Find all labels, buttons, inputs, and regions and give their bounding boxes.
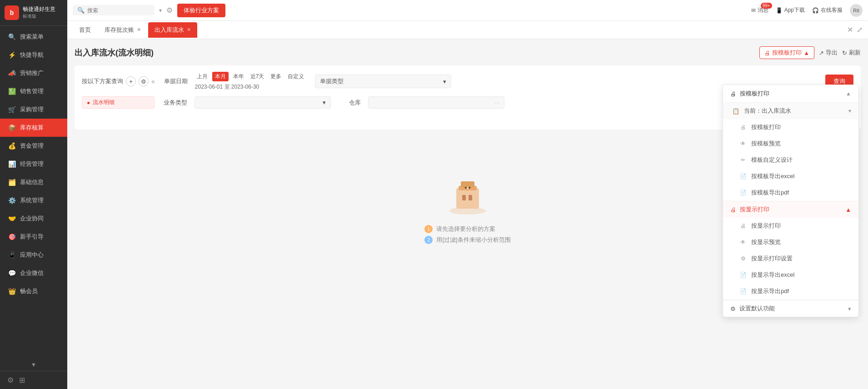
- sidebar-item-search[interactable]: 🔍搜索菜单: [0, 28, 67, 46]
- sidebar-label-purchase: 采购管理: [20, 105, 44, 114]
- search-box[interactable]: 🔍: [73, 5, 155, 15]
- template-custom-item[interactable]: ✏ 模板自定义设计: [723, 152, 858, 168]
- template-print-header[interactable]: 🖨 按模板打印 ▲: [723, 85, 858, 103]
- close-window-icon[interactable]: ✕: [847, 25, 853, 34]
- sidebar-label-finance: 资金管理: [20, 142, 44, 150]
- svg-point-7: [465, 187, 467, 189]
- template-export-excel-item[interactable]: 📄 按模板导出excel: [723, 168, 858, 185]
- tab-home[interactable]: 首页: [73, 22, 97, 38]
- tab-close-batch-account[interactable]: ✕: [137, 27, 141, 33]
- export-button[interactable]: ↗ 导出: [819, 49, 838, 57]
- active-filter-tag[interactable]: ● 流水明细: [82, 96, 155, 109]
- date-tab-上月[interactable]: 上月: [195, 72, 210, 81]
- topbar-gear-icon[interactable]: ⚙: [166, 6, 173, 15]
- display-print-settings-item[interactable]: ⚙ 按显示打印设置: [723, 250, 858, 267]
- sidebar-item-system[interactable]: ⚙️系统管理: [0, 191, 67, 209]
- template-preview-item-icon: 👁: [739, 140, 747, 147]
- sidebar-item-marketing[interactable]: 📣营销推广: [0, 64, 67, 82]
- filter-settings-button[interactable]: ⚙: [139, 76, 149, 86]
- sidebar-item-inventory[interactable]: 📦库存核算: [0, 119, 67, 137]
- purchase-icon: 🛒: [7, 105, 16, 114]
- search-input[interactable]: [87, 7, 142, 14]
- topbar: 🔍 ▾ ⚙ 体验行业方案 ✉ 消息 99+ 📱 App下载 🎧 在线客服 Rit: [67, 0, 868, 21]
- system-icon: ⚙️: [7, 196, 16, 205]
- display-export-pdf-item[interactable]: 📄 按显示导出pdf: [723, 283, 858, 299]
- footer-settings-icon: ⚙: [730, 305, 736, 312]
- sidebar-item-collaboration[interactable]: 🤝企业协同: [0, 209, 67, 228]
- filter-add-button[interactable]: +: [126, 76, 136, 86]
- sidebar-item-vip[interactable]: 👑畅会员: [0, 282, 67, 300]
- date-tab-本年[interactable]: 本年: [231, 72, 246, 81]
- display-settings-icon: ⚙: [739, 255, 747, 262]
- current-template-chevron: ▾: [848, 108, 851, 114]
- date-tab-自定义[interactable]: 自定义: [286, 72, 306, 81]
- date-tab-本月[interactable]: 本月: [212, 72, 229, 81]
- sidebar-item-basic[interactable]: 🗂️基础信息: [0, 173, 67, 191]
- display-print-header-icon: 🖨: [730, 206, 736, 213]
- sidebar-label-inventory: 库存核算: [20, 124, 44, 132]
- message-btn[interactable]: ✉ 消息 99+: [751, 6, 768, 14]
- app-download-btn[interactable]: 📱 App下载: [776, 6, 805, 14]
- sidebar-item-wechat[interactable]: 💬企业微信: [0, 264, 67, 282]
- date-tab-更多[interactable]: 更多: [269, 72, 283, 81]
- sidebar-item-app-center[interactable]: 📱应用中心: [0, 246, 67, 264]
- app-download-label: App下载: [784, 6, 805, 14]
- tabs-right-actions: ✕ ⤢: [847, 25, 863, 34]
- template-preview-item[interactable]: 👁 按模板预览: [723, 135, 858, 152]
- maximize-window-icon[interactable]: ⤢: [857, 25, 863, 34]
- template-print-header-icon: 🖨: [730, 90, 736, 97]
- display-preview-icon: 👁: [739, 239, 747, 246]
- date-tab-近7天[interactable]: 近7天: [249, 72, 266, 81]
- template-export-pdf-label: 按模板导出pdf: [751, 189, 789, 197]
- sidebar-item-finance[interactable]: 💰资金管理: [0, 137, 67, 155]
- date-range-text: 2023-06-01 至 2023-06-30: [195, 83, 306, 91]
- sidebar-label-marketing: 营销推广: [20, 69, 44, 77]
- tab-flow[interactable]: 出入库流水✕: [148, 22, 197, 38]
- message-badge: 99+: [761, 3, 772, 9]
- sidebar-item-operations[interactable]: 📊经营管理: [0, 155, 67, 173]
- template-excel-icon: 📄: [739, 173, 747, 180]
- template-print-header-label: 按模板打印: [740, 90, 769, 98]
- trial-button[interactable]: 体验行业方案: [177, 4, 225, 17]
- sidebar-label-basic: 基础信息: [20, 178, 44, 186]
- sidebar-item-sales[interactable]: 💹销售管理: [0, 82, 67, 100]
- sidebar-item-guide[interactable]: 🎯新手引导: [0, 228, 67, 246]
- wechat-icon: 💬: [7, 269, 16, 278]
- svg-rect-3: [461, 181, 474, 188]
- display-print-header-label: 按显示打印: [740, 205, 769, 214]
- type-filter-select[interactable]: 单据类型 ▾: [315, 75, 451, 88]
- sidebar-scroll-down[interactable]: ▼: [0, 359, 67, 371]
- dropdown-footer[interactable]: ⚙ 设置默认功能 ▾: [723, 300, 858, 317]
- display-export-excel-item[interactable]: 📄 按显示导出excel: [723, 267, 858, 283]
- tab-batch-account[interactable]: 库存批次账✕: [98, 22, 147, 38]
- display-print-header[interactable]: 🖨 按显示打印 ▲: [723, 201, 858, 218]
- tab-close-flow[interactable]: ✕: [187, 27, 191, 33]
- template-export-pdf-item[interactable]: 📄 按模板导出pdf: [723, 185, 858, 201]
- current-template[interactable]: 📋 当前：出入库流水 ▾: [723, 103, 858, 119]
- logo-icon: b: [5, 5, 19, 20]
- filter-query-label: 按以下方案查询 + ⚙ «: [82, 76, 155, 86]
- customer-service-btn[interactable]: 🎧 在线客服: [812, 6, 843, 14]
- display-excel-label: 按显示导出excel: [751, 271, 794, 279]
- sidebar-item-purchase[interactable]: 🛒采购管理: [0, 100, 67, 119]
- refresh-button[interactable]: ↻ 刷新: [842, 49, 861, 57]
- template-print-item[interactable]: 🖨 按模板打印: [723, 119, 858, 135]
- search-dropdown-icon[interactable]: ▾: [159, 7, 162, 14]
- app-version: 标准版: [23, 13, 55, 20]
- sidebar-label-vip: 畅会员: [20, 287, 38, 295]
- warehouse-select[interactable]: ···: [368, 96, 504, 109]
- sidebar-label-search: 搜索菜单: [20, 33, 44, 41]
- display-preview-item[interactable]: 👁 按显示预览: [723, 234, 858, 250]
- business-type-select[interactable]: ▾: [195, 96, 331, 109]
- empty-illustration: [445, 172, 490, 218]
- settings-icon[interactable]: ⚙: [7, 376, 14, 384]
- expand-icon[interactable]: ⊞: [19, 376, 25, 384]
- filter-collapse-icon[interactable]: «: [151, 78, 155, 85]
- display-print-item[interactable]: 🖨 按显示打印: [723, 218, 858, 234]
- svg-rect-4: [462, 195, 466, 200]
- template-print-button[interactable]: 🖨 按模板打印 ▲: [759, 46, 814, 59]
- template-custom-item-icon: ✏: [739, 156, 747, 164]
- chevron-up-icon: ▲: [803, 50, 809, 56]
- sidebar-item-quick-nav[interactable]: ⚡快捷导航: [0, 46, 67, 64]
- user-avatar[interactable]: Rit: [850, 4, 863, 17]
